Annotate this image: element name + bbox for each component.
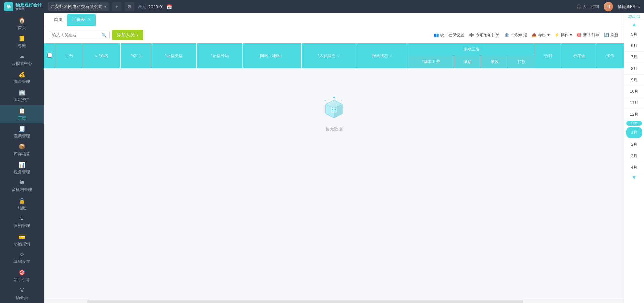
calendar-icon[interactable]: 📅 [166,4,172,9]
svg-rect-5 [332,109,333,110]
period-value: 2023-01 [148,4,164,9]
special-deduct-button[interactable]: ➕ 专项附加扣除 [469,32,500,38]
refresh-button[interactable]: 🔄 刷新 [604,32,618,38]
th-name: ⇅ *姓名 [83,43,121,68]
deduct-icon: ➕ [469,33,474,37]
tab-home-label: 首页 [54,17,63,23]
sidebar-item-guide[interactable]: 🎯 新手引导 [0,267,44,285]
tax-icon: 📊 [18,162,25,168]
social-settings-button[interactable]: 👥 统一社保设置 [434,32,464,38]
personal-tax-button[interactable]: 🏦 个税申报 [504,32,527,38]
tax-action-icon: 🏦 [504,33,509,37]
current-period-display: 2023.01 [624,13,644,20]
settings-icon[interactable]: ⚙ [125,2,134,11]
tab-salary-label: 工资表 [72,17,85,23]
th-country: 国籍（地区） [243,43,302,68]
sidebar-label-home: 首页 [18,25,26,31]
month-5[interactable]: 5月 [624,29,644,40]
sidebar-item-fund[interactable]: 💰 资金管理 [0,69,44,87]
sidebar-item-archive[interactable]: 🗂 归档管理 [0,213,44,231]
sidebar-label-expense: 小畅报销 [14,241,30,247]
scroll-up-button[interactable]: ▲ [624,20,644,29]
sidebar-item-ledger[interactable]: 📒 总账 [0,33,44,51]
operations-button[interactable]: ⚡ 操作 ▾ [554,32,572,38]
settings-nav-icon: ⚙ [20,251,24,258]
sidebar-item-cloud-report[interactable]: ☁ 云报表中心 [0,51,44,69]
app-subtitle: 旗舰版 [15,7,42,11]
empty-text: 暂无数据 [325,126,343,132]
sidebar-item-salary[interactable]: 📋 工资 [0,105,44,123]
scroll-down-button[interactable]: ▼ [624,173,644,182]
bottom-scrollbar[interactable] [44,299,624,303]
sidebar-item-invoice[interactable]: 🧾 发票管理 [0,123,44,141]
guide-button[interactable]: 🎯 新手引导 [577,32,599,38]
th-allowance: 津贴 [454,56,481,68]
sidebar-item-home[interactable]: 🏠 首页 [0,15,44,33]
toolbar-actions: 👥 统一社保设置 ➕ 专项附加扣除 🏦 个税申报 📤 导出 ▾ ⚡ [434,32,618,38]
th-id-number: *证型号码 [197,43,243,68]
sidebar-label-archive: 归档管理 [14,223,30,229]
month-12[interactable]: 12月 [624,109,644,120]
add-company-button[interactable]: ＋ [112,2,121,11]
refresh-label: 刷新 [610,32,618,38]
month-11[interactable]: 11月 [624,97,644,109]
month-2[interactable]: 2月 [624,139,644,150]
sidebar-item-multi-org[interactable]: 🏛 多机构管理 [0,177,44,195]
month-6[interactable]: 6月 [624,40,644,52]
search-input[interactable] [52,33,99,37]
ledger-icon: 📒 [18,35,25,42]
tab-close-icon[interactable]: ✕ [88,17,91,22]
period-info: 账期 2023-01 📅 [138,4,172,10]
headset-icon: 🎧 [576,4,581,9]
sidebar-label-fund: 资金管理 [14,79,30,85]
add-person-button[interactable]: 添加人员 ▾ [112,30,143,40]
search-icon[interactable]: 🔍 [101,33,107,38]
th-operations: 操作 [597,43,624,68]
table-container: 工号 ⇅ *姓名 *部门 *证型类型 *证型号码 国籍（地区） *人员状态 ▽ … [44,43,624,299]
month-3[interactable]: 3月 [624,150,644,162]
sidebar-item-inventory[interactable]: 📦 库存核算 [0,141,44,159]
sidebar-label-close: 结账 [18,205,26,211]
user-name: 畅捷通B组... [618,4,640,10]
company-selector[interactable]: 西安虾米网络科技有限公司 ▾ [48,2,109,11]
tab-home[interactable]: 首页 [49,14,67,26]
sidebar-item-expense[interactable]: 💳 小畅报销 [0,231,44,249]
archive-icon: 🗂 [19,216,25,222]
export-button[interactable]: 📤 导出 ▾ [532,32,550,38]
sidebar-label-salary: 工资 [18,115,26,121]
service-button[interactable]: 🎧 人工咨询 [576,4,599,10]
sidebar-item-tax[interactable]: 📊 税务管理 [0,159,44,177]
person-status-filter-icon: ▽ [337,54,340,58]
expense-icon: 💳 [18,233,25,240]
avatar[interactable]: 用 [604,2,613,11]
ops-chevron-icon: ▾ [570,33,572,37]
month-9[interactable]: 9月 [624,75,644,86]
th-person-status: *人员状态 ▽ [302,43,356,68]
social-icon: 👥 [434,33,439,37]
special-deduct-label: 专项附加扣除 [476,32,500,38]
month-4[interactable]: 4月 [624,162,644,173]
empty-state-cell: ✦ ✦ ✦ 暂无数据 [44,68,624,159]
tab-salary[interactable]: 工资表 ✕ [67,14,96,26]
svg-text:✦: ✦ [341,99,342,101]
sidebar-label-assets: 固定资产 [14,97,30,103]
home-icon: 🏠 [18,17,25,24]
sidebar-item-close[interactable]: 🔒 结账 [0,195,44,213]
sidebar-label-member: 畅会员 [16,295,28,301]
top-header: 畅 畅應通好会计 旗舰版 西安虾米网络科技有限公司 ▾ ＋ ⚙ 账期 2023-… [0,0,644,13]
svg-rect-6 [335,109,336,110]
search-wrap: 🔍 [49,31,110,39]
sidebar-item-fixed-assets[interactable]: 🏢 固定资产 [0,87,44,105]
period-label: 账期 [138,4,146,10]
month-7[interactable]: 7月 [624,52,644,63]
export-icon: 📤 [532,33,537,37]
month-10[interactable]: 10月 [624,86,644,97]
month-1[interactable]: 1月 [626,127,642,138]
month-8[interactable]: 8月 [624,63,644,75]
sidebar-label-org: 多机构管理 [12,187,32,193]
svg-point-9 [333,97,335,98]
export-chevron-icon: ▾ [547,33,550,37]
select-all-checkbox[interactable] [47,53,52,58]
sidebar-item-settings[interactable]: ⚙ 基础设置 [0,249,44,267]
sidebar-item-member[interactable]: V 畅会员 [0,285,44,303]
